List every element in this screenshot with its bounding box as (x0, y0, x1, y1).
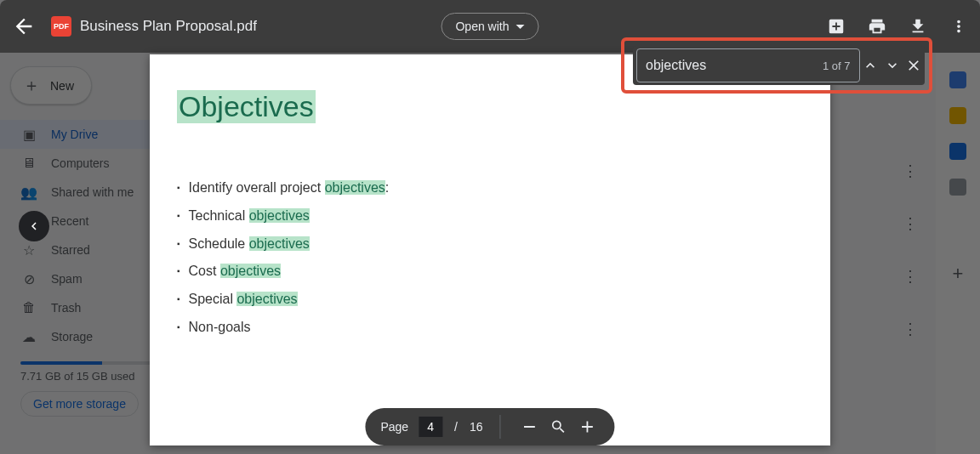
doc-heading: Objectives (177, 90, 316, 123)
list-item: Non-goals (177, 314, 803, 342)
pager-divider (500, 415, 501, 439)
zoom-out-button[interactable] (518, 415, 542, 439)
dropdown-caret-icon (516, 25, 525, 29)
viewer-topbar: PDF Business Plan Proposal.pdf Open with (0, 0, 980, 53)
page-slash: / (454, 420, 458, 434)
pdf-badge-icon: PDF (51, 16, 71, 37)
download-button[interactable] (909, 17, 927, 36)
collapse-sidebar-button[interactable] (19, 211, 49, 241)
page-label: Page (380, 420, 408, 434)
search-match: objectives (249, 208, 310, 223)
open-with-button[interactable]: Open with (441, 13, 538, 40)
back-button[interactable] (12, 14, 36, 38)
list-item: Schedule objectives (177, 230, 803, 258)
search-match: objectives (325, 180, 385, 195)
list-item: Technical objectives (177, 202, 803, 230)
pdf-page: Objectives Identify overall project obje… (150, 54, 830, 445)
file-title: Business Plan Proposal.pdf (80, 18, 257, 35)
zoom-reset-button[interactable] (547, 415, 571, 439)
print-button[interactable] (868, 17, 886, 36)
list-item: Special objectives (177, 286, 803, 314)
find-close-button[interactable] (903, 48, 925, 82)
page-number-input[interactable] (419, 417, 442, 437)
find-next-button[interactable] (881, 48, 903, 82)
list-item: Cost objectives (177, 258, 803, 286)
search-match: objectives (220, 264, 281, 278)
find-input-container: 1 of 7 (636, 48, 860, 82)
page-total: 16 (470, 420, 483, 434)
open-with-label: Open with (455, 20, 509, 33)
doc-bullet-list: Identify overall project objectives:Tech… (177, 174, 803, 342)
list-item: Identify overall project objectives: (177, 174, 803, 202)
find-bar: 1 of 7 (633, 46, 925, 85)
page-controls: Page / 16 (365, 408, 614, 445)
find-input[interactable] (646, 58, 816, 73)
find-match-count: 1 of 7 (823, 60, 851, 72)
find-prev-button[interactable] (860, 48, 881, 82)
zoom-in-button[interactable] (576, 415, 600, 439)
search-match: objectives (236, 292, 297, 306)
search-match: objectives (249, 236, 310, 251)
add-to-drive-button[interactable] (827, 17, 846, 36)
more-actions-button[interactable] (949, 17, 968, 36)
